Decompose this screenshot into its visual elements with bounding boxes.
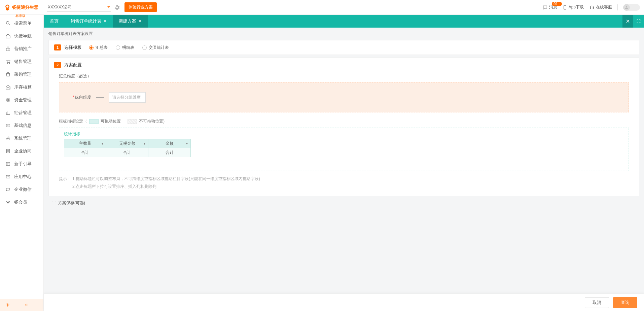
dim-field-label: *纵向维度 bbox=[73, 95, 91, 100]
gear-icon bbox=[5, 136, 11, 141]
app-download-button[interactable]: App下载 bbox=[563, 4, 584, 10]
online-service-button[interactable]: 在线客服 bbox=[589, 4, 612, 10]
metrics-area: 统计指标 主数量▾ 无税金额▾ 金额▾ 合计 合计 bbox=[59, 128, 629, 171]
brand-icon bbox=[4, 4, 11, 11]
legend-nodrag-text: 不可拖动位置) bbox=[139, 118, 165, 124]
coin-icon bbox=[5, 97, 11, 103]
swatch-nondraggable bbox=[128, 119, 137, 124]
sidebar-item-label: 系统管理 bbox=[14, 135, 32, 141]
doc-icon bbox=[5, 148, 11, 154]
step1-badge: 1 bbox=[54, 44, 61, 50]
tab-home[interactable]: 首页 bbox=[44, 15, 65, 28]
metric-header-label: 无税金额 bbox=[119, 141, 135, 146]
play-icon bbox=[5, 161, 11, 167]
save-plan-row: 方案保存(可选) bbox=[48, 196, 639, 210]
radio-cross[interactable]: 交叉统计表 bbox=[142, 45, 169, 50]
sidebar-settings-icon[interactable] bbox=[5, 303, 10, 307]
sidebar-item-label: 库存核算 bbox=[14, 84, 32, 90]
tab-new-plan[interactable]: 新建方案✕ bbox=[113, 15, 148, 28]
sidebar-item-inventory[interactable]: 库存核算 bbox=[0, 81, 43, 94]
sidebar-item-collab[interactable]: 企业协同 bbox=[0, 145, 43, 158]
sidebar-item-sales[interactable]: 销售管理 bbox=[0, 55, 43, 68]
query-button[interactable]: 查询 bbox=[613, 297, 637, 308]
svg-point-2 bbox=[6, 22, 9, 24]
sidebar-collapse-icon[interactable] bbox=[24, 303, 28, 307]
panel-step1: 1 选择模板 汇总表 明细表 交叉统计表 bbox=[48, 40, 639, 55]
sidebar-footer bbox=[0, 299, 43, 311]
bag-icon bbox=[5, 72, 11, 77]
tab-sales-report[interactable]: 销售订单统计表✕ bbox=[65, 15, 113, 28]
metric-cell: 合计 bbox=[106, 148, 148, 157]
tab-label: 销售订单统计表 bbox=[71, 18, 101, 24]
radio-label: 汇总表 bbox=[96, 45, 108, 50]
divider bbox=[617, 4, 618, 10]
metric-header-amount[interactable]: 金额▾ bbox=[148, 139, 190, 148]
sidebar-item-label: 经营管理 bbox=[14, 110, 32, 116]
dimension-dropzone: *纵向维度 请选择分组维度 bbox=[59, 82, 629, 112]
company-name: XXXXXX公司 bbox=[48, 4, 72, 10]
hint-1: 1.拖动标题栏可以调整布局，不可跨维度或指标区域拖动栏目字段(只能在同一维度或指… bbox=[72, 176, 260, 181]
sidebar-item-wechat[interactable]: 企业微信 bbox=[0, 183, 43, 196]
brand-logo: 畅捷通好生意 标准版 bbox=[4, 4, 44, 11]
footer-actions: 取消 查询 bbox=[44, 293, 644, 311]
metrics-title: 统计指标 bbox=[64, 131, 624, 137]
cancel-button[interactable]: 取消 bbox=[585, 297, 609, 308]
sidebar-item-marketing[interactable]: 营销推广 bbox=[0, 42, 43, 55]
svg-point-13 bbox=[7, 304, 8, 306]
try-industry-button[interactable]: 体验行业方案 bbox=[124, 2, 157, 12]
chevron-down-icon: ▾ bbox=[186, 142, 188, 145]
user-avatar[interactable] bbox=[623, 4, 640, 11]
radio-detail[interactable]: 明细表 bbox=[116, 45, 134, 50]
dim-section-label: 汇总维度（必选） bbox=[59, 73, 629, 79]
sidebar-item-basic[interactable]: 基础信息 bbox=[0, 119, 43, 132]
metric-header-qty[interactable]: 主数量▾ bbox=[64, 139, 106, 148]
sidebar-item-label: 营销推广 bbox=[14, 46, 32, 52]
sidebar-item-funds[interactable]: 资金管理 bbox=[0, 94, 43, 106]
panel-step2: 2 方案配置 汇总维度（必选） *纵向维度 请选择分组维度 模板指标设定（ bbox=[48, 58, 639, 196]
metric-header-label: 金额 bbox=[166, 141, 174, 146]
tab-label: 新建方案 bbox=[119, 18, 136, 24]
sidebar-item-business[interactable]: 经营管理 bbox=[0, 106, 43, 119]
brand-edition: 标准版 bbox=[15, 13, 26, 18]
sidebar-item-apps[interactable]: 应用中心 bbox=[0, 170, 43, 183]
sidebar-item-search[interactable]: 搜索菜单 bbox=[0, 17, 43, 30]
sidebar: 搜索菜单 快捷导航 营销推广 销售管理 采购管理 库存核算 资金管理 经营管理 … bbox=[0, 15, 44, 311]
close-all-tabs-icon[interactable] bbox=[622, 15, 633, 28]
sidebar-item-guide[interactable]: 新手引导 bbox=[0, 158, 43, 170]
sidebar-item-quicknav[interactable]: 快捷导航 bbox=[0, 30, 43, 42]
save-plan-checkbox[interactable] bbox=[52, 201, 56, 205]
company-selector[interactable]: XXXXXX公司 bbox=[47, 3, 111, 12]
dimension-select[interactable]: 请选择分组维度 bbox=[109, 92, 146, 103]
tab-close-icon[interactable]: ✕ bbox=[138, 19, 142, 24]
swatch-draggable bbox=[89, 119, 99, 124]
app-header: 畅捷通好生意 标准版 XXXXXX公司 体验行业方案 消息 99 + App下载 bbox=[0, 0, 644, 15]
svg-point-12 bbox=[8, 176, 9, 177]
svg-point-5 bbox=[9, 63, 10, 64]
tab-close-icon[interactable]: ✕ bbox=[103, 19, 107, 24]
sidebar-item-system[interactable]: 系统管理 bbox=[0, 132, 43, 145]
dash-icon bbox=[96, 97, 104, 98]
chevron-down-icon: ▾ bbox=[102, 142, 103, 145]
sidebar-item-purchase[interactable]: 采购管理 bbox=[0, 68, 43, 81]
metric-cell: 合计 bbox=[148, 148, 190, 157]
legend-drag-text: 可拖动位置 bbox=[101, 118, 121, 124]
chart-icon bbox=[5, 110, 11, 115]
fullscreen-icon[interactable] bbox=[633, 19, 644, 24]
step2-badge: 2 bbox=[54, 62, 61, 68]
sidebar-item-member[interactable]: 畅会员 bbox=[0, 196, 43, 209]
metrics-table: 主数量▾ 无税金额▾ 金额▾ 合计 合计 合计 bbox=[64, 139, 191, 157]
messages-button[interactable]: 消息 99 + bbox=[542, 4, 557, 10]
sidebar-item-label: 基础信息 bbox=[14, 123, 32, 129]
home-icon bbox=[5, 33, 11, 39]
cart-icon bbox=[5, 59, 11, 64]
radio-summary[interactable]: 汇总表 bbox=[89, 45, 108, 50]
gift-icon bbox=[5, 46, 11, 51]
sidebar-item-label: 企业协同 bbox=[14, 148, 32, 154]
sidebar-item-label: 销售管理 bbox=[14, 59, 32, 65]
sidebar-item-label: 快捷导航 bbox=[14, 33, 32, 39]
sidebar-item-label: 搜索菜单 bbox=[14, 20, 32, 26]
metric-header-notax[interactable]: 无税金额▾ bbox=[106, 139, 148, 148]
hint-2: 2.点击标题栏下拉可设置排序、插入列和删除列 bbox=[72, 184, 156, 189]
chevron-down-icon: ▾ bbox=[144, 142, 145, 145]
settings-gear-icon[interactable] bbox=[114, 5, 120, 10]
